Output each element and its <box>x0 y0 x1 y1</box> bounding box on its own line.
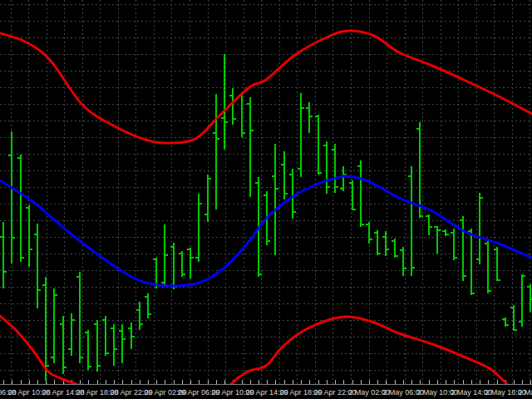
ohlc-bar <box>8 131 15 264</box>
ohlc-bar <box>306 102 313 133</box>
ohlc-bar <box>392 239 398 258</box>
ohlc-bar <box>0 222 7 288</box>
ohlc-bar <box>485 241 491 293</box>
ohlc-bar <box>451 229 457 260</box>
ohlc-bar <box>494 247 500 281</box>
ohlc-bar <box>60 316 66 374</box>
time-label: 2 May 22:00 <box>518 388 532 397</box>
ohlc-bar <box>460 216 466 281</box>
lower-band-right-line <box>228 317 515 385</box>
chart-canvas[interactable] <box>0 0 532 385</box>
ohlc-bar <box>519 274 525 327</box>
ohlc-bar <box>349 180 356 210</box>
ohlc-bar <box>68 313 75 356</box>
ohlc-bar <box>161 224 168 285</box>
time-axis[interactable]: 28 Apr 06:0028 Apr 10:0028 Apr 14:0028 A… <box>0 384 532 399</box>
ohlc-bar <box>111 324 117 366</box>
ohlc-bar <box>213 94 219 209</box>
ohlc-bar <box>408 166 415 276</box>
ohlc-bar <box>26 205 32 267</box>
ohlc-bar <box>382 231 389 256</box>
ohlc-bar <box>374 230 381 255</box>
ohlc-bar <box>34 224 41 308</box>
ohlc-bar <box>289 169 296 219</box>
ohlc-bar <box>85 330 91 370</box>
ohlc-bar <box>179 251 185 277</box>
ohlc-bar <box>502 318 509 327</box>
ohlc-bar <box>247 97 254 197</box>
ohlc-bar <box>366 222 372 244</box>
ohlc-bar <box>434 226 441 254</box>
ohlc-bar <box>527 284 532 312</box>
ohlc-bar <box>76 272 83 363</box>
ohlc-bar <box>145 293 151 318</box>
ohlc-bar <box>510 305 517 331</box>
ohlc-bar <box>426 214 432 235</box>
ohlc-bar <box>94 320 101 372</box>
ohlc-bar <box>221 54 228 150</box>
ohlc-bar <box>281 151 288 200</box>
ohlc-bar <box>204 175 211 222</box>
ohlc-bar <box>187 248 194 278</box>
ohlc-bar <box>468 229 475 295</box>
ohlc-bar <box>51 288 57 363</box>
ohlc-bar <box>128 323 135 349</box>
ohlc-bar <box>476 193 483 264</box>
ohlc-bar <box>102 316 109 356</box>
lower-band-left-line <box>0 316 88 385</box>
ohlc-bar <box>323 141 330 194</box>
ohlc-bar <box>17 155 24 262</box>
ohlc-bar <box>416 122 423 218</box>
ohlc-bar <box>315 115 322 175</box>
ohlc-bar <box>136 302 143 330</box>
ohlc-bar <box>442 229 449 236</box>
ohlc-bar <box>272 144 278 255</box>
ohlc-bar <box>298 93 304 177</box>
upper-band-line <box>0 31 532 143</box>
trading-chart-window: 28 Apr 06:0028 Apr 10:0028 Apr 14:0028 A… <box>0 0 532 399</box>
ohlc-bar <box>119 324 126 363</box>
